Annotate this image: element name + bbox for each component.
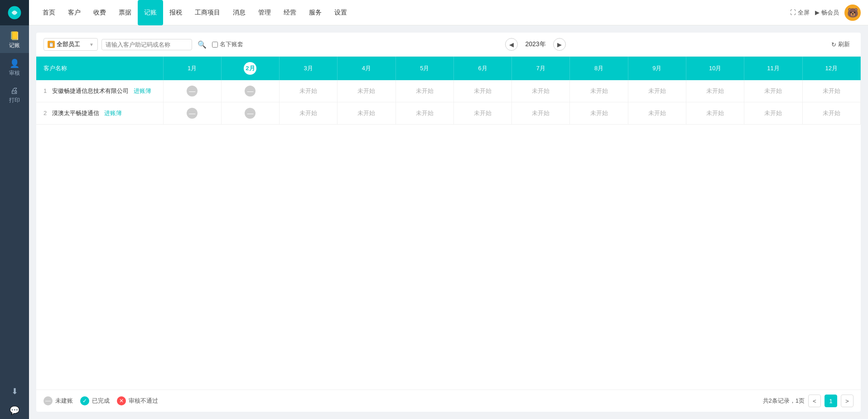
legend-label-completed: 已完成 <box>92 397 110 405</box>
sidebar-bottom: ⬇ 💬 <box>0 381 29 419</box>
toolbar: 📋 全部员工 ▼ 🔍 名下账套 ◀ 2023年 <box>36 33 861 57</box>
status-not-started: 未开始 <box>590 87 608 94</box>
status-dash-icon: — <box>187 86 198 96</box>
cell-nov: 未开始 <box>744 102 802 125</box>
account-filter-checkbox[interactable]: 名下账套 <box>212 40 243 48</box>
cell-apr: 未开始 <box>338 102 395 125</box>
user-avatar[interactable]: 🐻 <box>844 5 861 21</box>
nav-fees[interactable]: 收费 <box>87 0 112 25</box>
fullscreen-btn[interactable]: ⛶ 全屏 <box>790 9 810 17</box>
account-checkbox[interactable] <box>212 42 218 48</box>
cell-aug: 未开始 <box>570 80 628 102</box>
topnav: 首页 客户 收费 票据 记账 报税 工商项目 消息 管理 经营 服务 设置 ⛶ … <box>29 0 868 25</box>
footer: — 未建账 ✓ 已完成 ✕ 审核不通过 共2条记录，1 <box>36 390 861 412</box>
status-not-started: 未开始 <box>648 110 666 116</box>
cell-jan: — <box>163 102 221 125</box>
col-header-may: 5月 <box>395 57 453 80</box>
legend-label-not-created: 未建账 <box>55 397 73 405</box>
enter-ledger-link[interactable]: 进账簿 <box>134 87 151 94</box>
sidebar-item-download[interactable]: ⬇ <box>0 381 29 400</box>
main-container: 首页 客户 收费 票据 记账 报税 工商项目 消息 管理 经营 服务 设置 ⛶ … <box>29 0 868 419</box>
refresh-label: 刷新 <box>838 40 850 48</box>
pagination: 共2条记录，1页 < 1 > <box>763 395 854 407</box>
sidebar-item-support[interactable]: 💬 <box>0 400 29 419</box>
nav-services[interactable]: 服务 <box>303 0 328 25</box>
nav-tax[interactable]: 报税 <box>163 0 188 25</box>
current-page-btn[interactable]: 1 <box>825 395 837 407</box>
cell-jul: 未开始 <box>512 80 570 102</box>
cell-mar: 未开始 <box>280 80 338 102</box>
nav-management[interactable]: 管理 <box>252 0 277 25</box>
cell-apr: 未开始 <box>338 80 395 102</box>
enter-ledger-link[interactable]: 进账簿 <box>104 110 122 116</box>
status-not-started: 未开始 <box>590 110 608 116</box>
chevron-down-icon: ▼ <box>89 42 94 47</box>
sidebar-logo <box>0 0 29 25</box>
col-header-jul: 7月 <box>512 57 570 80</box>
legend-rejected: ✕ 审核不通过 <box>117 396 158 405</box>
col-header-name: 客户名称 <box>36 57 163 80</box>
nav-bookkeeping[interactable]: 记账 <box>138 0 163 25</box>
sidebar-item-label: 审核 <box>9 69 20 77</box>
table-container: 客户名称 1月 2月 3月 4月 5月 6月 7月 8月 9月 <box>36 57 861 390</box>
sidebar-item-label: 记账 <box>9 42 20 49</box>
refresh-button[interactable]: ↻ 刷新 <box>828 39 854 50</box>
sidebar-item-label: 打印 <box>9 96 20 104</box>
col-header-oct: 10月 <box>686 57 744 80</box>
legend-dot-red: ✕ <box>117 396 126 405</box>
nav-clients[interactable]: 客户 <box>62 0 87 25</box>
legend-not-created: — 未建账 <box>43 396 73 405</box>
year-label: 2023年 <box>521 40 549 48</box>
cell-oct: 未开始 <box>686 80 744 102</box>
nav-messages[interactable]: 消息 <box>227 0 252 25</box>
status-not-started: 未开始 <box>823 110 840 116</box>
col-header-sep: 9月 <box>628 57 686 80</box>
support-icon: 💬 <box>10 405 19 415</box>
prev-page-btn[interactable]: < <box>808 395 821 407</box>
bookkeeping-icon: 📒 <box>10 31 19 41</box>
col-header-feb: 2月 <box>221 57 279 80</box>
cell-sep: 未开始 <box>628 102 686 125</box>
status-not-started: 未开始 <box>764 87 782 94</box>
cell-dec: 未开始 <box>802 80 860 102</box>
sidebar-item-audit[interactable]: 👤 审核 <box>0 53 29 81</box>
employee-select[interactable]: 📋 全部员工 ▼ <box>43 38 98 51</box>
search-button[interactable]: 🔍 <box>196 40 208 49</box>
content-inner: 📋 全部员工 ▼ 🔍 名下账套 ◀ 2023年 <box>36 33 861 412</box>
sidebar-item-bookkeeping[interactable]: 📒 记账 <box>0 25 29 53</box>
current-month-circle: 2月 <box>244 62 256 75</box>
next-year-btn[interactable]: ▶ <box>553 38 566 51</box>
status-not-started: 未开始 <box>416 110 434 116</box>
content: 📋 全部员工 ▼ 🔍 名下账套 ◀ 2023年 <box>29 25 868 419</box>
legend-dot-teal: ✓ <box>80 396 89 405</box>
status-dash-icon: — <box>187 108 198 119</box>
prev-year-btn[interactable]: ◀ <box>505 38 518 51</box>
status-dash-icon: — <box>245 86 256 96</box>
employee-label: 全部员工 <box>57 40 80 48</box>
membership-btn[interactable]: ▶ 畅会员 <box>815 9 839 17</box>
search-icon: 🔍 <box>198 40 207 49</box>
nav-operations[interactable]: 经营 <box>277 0 303 25</box>
status-not-started: 未开始 <box>474 110 492 116</box>
col-header-mar: 3月 <box>280 57 338 80</box>
chevron-left-icon: ◀ <box>509 41 514 48</box>
status-not-started: 未开始 <box>706 110 724 116</box>
sidebar-item-print[interactable]: 🖨 打印 <box>0 81 29 108</box>
cell-feb: — <box>221 80 279 102</box>
col-header-nov: 11月 <box>744 57 802 80</box>
col-header-dec: 12月 <box>802 57 860 80</box>
search-input[interactable] <box>101 39 192 50</box>
nav-home[interactable]: 首页 <box>36 0 62 25</box>
refresh-icon: ↻ <box>831 41 836 48</box>
col-header-jun: 6月 <box>453 57 511 80</box>
legend-label-rejected: 审核不通过 <box>129 397 158 405</box>
nav-invoices[interactable]: 票据 <box>112 0 138 25</box>
status-not-started: 未开始 <box>532 87 550 94</box>
audit-icon: 👤 <box>10 58 19 68</box>
next-page-btn[interactable]: > <box>841 395 854 407</box>
legend-dot-grey: — <box>43 396 53 405</box>
nav-business[interactable]: 工商项目 <box>188 0 227 25</box>
table-row: 2 漠澳太平畅捷通信 进账簿 ——未开始未开始未开始未开始未开始未开始未开始未开… <box>36 102 861 125</box>
nav-settings[interactable]: 设置 <box>328 0 353 25</box>
cell-may: 未开始 <box>395 102 453 125</box>
